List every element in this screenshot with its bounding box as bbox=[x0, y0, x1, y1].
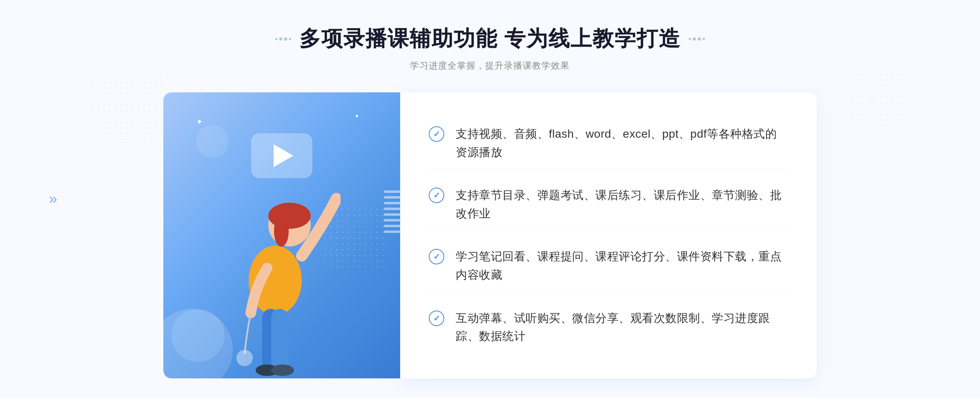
feature-item-1: ✓ 支持视频、音频、flash、word、excel、ppt、pdf等各种格式的… bbox=[429, 117, 788, 170]
deco-stripe bbox=[384, 230, 400, 233]
deco-stripe bbox=[384, 202, 400, 204]
deco-stripe bbox=[384, 190, 400, 193]
deco-stripe bbox=[384, 208, 400, 210]
check-icon-3: ✓ bbox=[433, 253, 440, 261]
dot bbox=[289, 38, 291, 40]
sparkle-icon: ✦ bbox=[196, 117, 203, 127]
feature-text-3: 学习笔记回看、课程提问、课程评论打分、课件资料下载，重点内容收藏 bbox=[456, 248, 788, 284]
check-icon-4: ✓ bbox=[433, 314, 440, 322]
dot bbox=[689, 38, 691, 40]
dot bbox=[698, 38, 701, 40]
check-circle-3: ✓ bbox=[429, 249, 444, 264]
title-dots-left bbox=[275, 38, 291, 40]
deco-stripe bbox=[384, 219, 400, 221]
dot bbox=[279, 38, 282, 40]
main-content: ✦ ✦ bbox=[163, 92, 817, 378]
dot bbox=[284, 38, 287, 40]
dot bbox=[275, 38, 277, 40]
check-circle-1: ✓ bbox=[429, 126, 444, 142]
deco-stripe bbox=[384, 196, 400, 199]
page-container: » 多项录播课辅助功能 专为线上教学打造 学习进度全掌握，提升录播课教学效果 bbox=[0, 0, 980, 398]
feature-text-2: 支持章节目录、弹题考试、课后练习、课后作业、章节测验、批改作业 bbox=[456, 186, 788, 223]
subtitle: 学习进度全掌握，提升录播课教学效果 bbox=[275, 60, 705, 72]
svg-rect-6 bbox=[271, 309, 288, 370]
bg-dots-left bbox=[90, 74, 163, 147]
check-circle-4: ✓ bbox=[429, 311, 444, 326]
svg-point-3 bbox=[274, 216, 289, 247]
deco-stripe bbox=[384, 225, 400, 227]
title-dots-right bbox=[689, 38, 705, 40]
svg-point-8 bbox=[271, 364, 294, 376]
deco-stripe bbox=[384, 213, 400, 216]
header-section: 多项录播课辅助功能 专为线上教学打造 学习进度全掌握，提升录播课教学效果 bbox=[275, 25, 705, 72]
sparkle-icon-small: ✦ bbox=[354, 113, 359, 119]
illustration-area: ✦ ✦ bbox=[163, 92, 400, 378]
feature-item-4: ✓ 互动弹幕、试听购买、微信分享、观看次数限制、学习进度跟踪、数据统计 bbox=[429, 301, 788, 354]
svg-point-4 bbox=[236, 350, 253, 366]
person-figure bbox=[210, 150, 341, 378]
check-icon-2: ✓ bbox=[433, 191, 440, 199]
check-circle-2: ✓ bbox=[429, 188, 444, 203]
feature-item-3: ✓ 学习笔记回看、课程提问、课程评论打分、课件资料下载，重点内容收藏 bbox=[429, 239, 788, 293]
features-area: ✓ 支持视频、音频、flash、word、excel、ppt、pdf等各种格式的… bbox=[400, 92, 817, 378]
dot bbox=[693, 38, 696, 40]
bg-dots-right bbox=[849, 65, 915, 131]
deco-stripes bbox=[384, 190, 400, 239]
feature-item-2: ✓ 支持章节目录、弹题考试、课后练习、课后作业、章节测验、批改作业 bbox=[429, 178, 788, 232]
dot bbox=[703, 38, 705, 40]
title-row: 多项录播课辅助功能 专为线上教学打造 bbox=[275, 25, 705, 53]
chevron-left-decoration: » bbox=[49, 190, 57, 208]
feature-text-1: 支持视频、音频、flash、word、excel、ppt、pdf等各种格式的资源… bbox=[456, 125, 788, 162]
feature-text-4: 互动弹幕、试听购买、微信分享、观看次数限制、学习进度跟踪、数据统计 bbox=[456, 309, 788, 346]
check-icon-1: ✓ bbox=[433, 130, 440, 138]
main-title: 多项录播课辅助功能 专为线上教学打造 bbox=[299, 25, 681, 53]
